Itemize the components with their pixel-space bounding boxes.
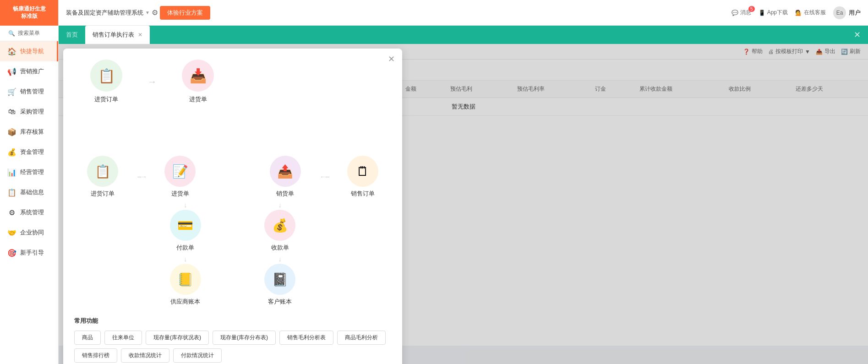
spacer-r2-4	[309, 201, 336, 209]
sales-bill-label: 销货单	[276, 190, 294, 198]
sidebar-item-inventory[interactable]: 📦 库存核算	[0, 122, 58, 142]
flow-node-purchase-bill-2[interactable]: 📝 进货单	[157, 156, 203, 198]
tab-sales-order-exec[interactable]: 销售订单执行表 ✕	[85, 26, 150, 44]
popup-overlay[interactable]: ✕ 📋 进货订单 → 📥 进货单	[59, 44, 868, 364]
online-service-icon: 💁	[795, 10, 802, 16]
purchase-icon: 🛍	[7, 107, 16, 116]
supplier-account-label: 供应商账本	[170, 298, 200, 306]
func-btn-stock-dist[interactable]: 现存量(库存分布表)	[213, 331, 276, 345]
purchase-bill-circle: 📝	[164, 156, 196, 187]
tab-close-icon[interactable]: ✕	[138, 32, 142, 38]
sidebar-logo: 畅康通好生意 标准版	[0, 0, 58, 26]
spacer-r4-3	[214, 255, 251, 263]
message-icon: 💬	[732, 10, 738, 16]
close-all-tabs-icon[interactable]: ✕	[854, 30, 861, 40]
func-buttons-row1: 商品 往来单位 现存量(库存状况表) 现存量(库存分布表) 销售毛利分析表 商品…	[74, 331, 391, 345]
func-btn-sales-margin[interactable]: 销售毛利分析表	[279, 331, 333, 345]
enterprise-icon: 🤝	[7, 228, 16, 237]
func-btn-receipt-stats[interactable]: 收款情况统计	[121, 348, 169, 363]
purchase-order-circle: 📋	[87, 156, 118, 187]
experience-btn[interactable]: 体验行业方案	[160, 6, 210, 20]
arrow-down-payment: ↓	[163, 255, 208, 263]
spacer-r4-2	[129, 255, 157, 263]
system-name: 装备及固定资产辅助管理系统	[66, 9, 143, 17]
flow-node-sales-order[interactable]: 🗒 销售订单	[340, 156, 386, 198]
flow-node-purchase-bill[interactable]: 📥 进货单	[182, 60, 214, 103]
common-funcs-section: 常用功能 商品 往来单位 现存量(库存状况表) 现存量(库存分布表) 销售毛利分…	[74, 317, 391, 363]
sidebar-item-quick-nav[interactable]: 🏠 快捷导航	[0, 41, 58, 61]
sidebar-item-enterprise[interactable]: 🤝 企业协同	[0, 223, 58, 243]
payment-label: 付款单	[176, 244, 194, 252]
func-btn-goods-margin[interactable]: 商品毛利分析	[337, 331, 386, 345]
customer-account-circle: 📓	[264, 264, 295, 295]
spacer-r2-1	[77, 201, 123, 209]
finance-icon: 💰	[7, 147, 16, 157]
popup-close-icon[interactable]: ✕	[388, 54, 395, 64]
purchase-bill-label: 进货单	[189, 95, 207, 103]
flow-node-customer-account[interactable]: 📓 客户账本	[257, 264, 303, 306]
supplier-account-circle: 📒	[170, 264, 201, 295]
func-btn-counterparty[interactable]: 往来单位	[104, 331, 142, 345]
customer-account-label: 客户账本	[268, 298, 292, 306]
sales-order-circle: 🗒	[347, 156, 378, 187]
sidebar-item-newbie[interactable]: 🎯 新手引导	[0, 243, 58, 263]
online-service-link[interactable]: 💁 在线客服	[795, 9, 826, 16]
receipt-circle: 💰	[264, 210, 295, 241]
flow-node-sales-bill[interactable]: 📤 销货单	[262, 156, 308, 198]
basic-info-icon: 📋	[7, 188, 16, 197]
arrow-purchase-order-to-purchase-bill: →	[147, 76, 157, 87]
tab-bar: 首页 销售订单执行表 ✕ ✕	[59, 26, 868, 44]
payment-circle: 💳	[170, 210, 201, 241]
flow-node-payment[interactable]: 💳 付款单	[163, 210, 208, 252]
system-name-area[interactable]: 装备及固定资产辅助管理系统 ▼	[66, 9, 150, 17]
marketing-icon: 📢	[7, 67, 16, 76]
avatar: Ea	[833, 6, 846, 19]
arrow-down-receipt: ↓	[257, 255, 303, 263]
sidebar-item-finance[interactable]: 💰 资金管理	[0, 142, 58, 162]
header: 装备及固定资产辅助管理系统 ▼ ⚙ 体验行业方案 💬 5 消息 📱 App下载 …	[59, 0, 868, 26]
sales-bill-circle: 📤	[270, 156, 301, 187]
sidebar-item-system[interactable]: ⚙ 系统管理	[0, 202, 58, 223]
purchase-bill-icon: 📥	[182, 60, 214, 92]
tab-home[interactable]: 首页	[59, 26, 85, 44]
func-btn-payment-stats[interactable]: 付款情况统计	[173, 348, 222, 363]
sidebar-item-sales[interactable]: 🛒 销售管理	[0, 81, 58, 102]
arrow-h2: ← - - -	[320, 173, 328, 180]
sales-icon: 🛒	[7, 87, 16, 96]
func-buttons-row2: 销售排行榜 收款情况统计 付款情况统计	[74, 348, 391, 363]
flow-node-supplier-account[interactable]: 📒 供应商账本	[163, 264, 208, 306]
username-label: 用户	[849, 9, 861, 17]
search-icon: 🔍	[8, 30, 15, 37]
message-link[interactable]: 💬 5 消息	[732, 9, 751, 16]
arrow-h1: - - - →	[137, 173, 146, 180]
popup-box: ✕ 📋 进货订单 → 📥 进货单	[63, 49, 402, 364]
purchase-order-label: 进货订单	[94, 95, 118, 103]
sidebar-item-marketing[interactable]: 📢 营销推广	[0, 61, 58, 81]
func-btn-goods[interactable]: 商品	[74, 331, 101, 345]
app-download-link[interactable]: 📱 App下载	[759, 9, 788, 16]
purchase-order-label-2: 进货订单	[91, 190, 115, 198]
system-dropdown-arrow: ▼	[145, 10, 150, 15]
newbie-icon: 🎯	[7, 248, 16, 257]
sidebar-item-operations[interactable]: 📊 经营管理	[0, 162, 58, 182]
header-right-actions: 💬 5 消息 📱 App下载 💁 在线客服 Ea 用户	[732, 6, 861, 19]
app-download-icon: 📱	[759, 10, 765, 16]
spacer-r4-1	[77, 255, 123, 263]
flow-node-purchase-order[interactable]: 📋 进货订单	[80, 156, 126, 198]
receipt-label: 收款单	[271, 244, 289, 252]
user-menu[interactable]: Ea 用户	[833, 6, 861, 19]
sidebar: 畅康通好生意 标准版 🔍 搜索菜单 🏠 快捷导航 📢 营销推广 🛒 销售管理 🛍…	[0, 0, 59, 364]
purchase-order-icon: 📋	[90, 60, 122, 92]
flow-node-receipt[interactable]: 💰 收款单	[257, 210, 303, 252]
func-btn-sales-rank[interactable]: 销售排行榜	[74, 348, 117, 363]
system-icon: ⚙	[7, 208, 16, 217]
arrow-down-purchase-bill: ↓	[163, 201, 208, 209]
spacer-r2-5	[342, 201, 388, 209]
flow-node-purchase-order[interactable]: 📋 进货订单	[90, 60, 122, 103]
sidebar-item-basic-info[interactable]: 📋 基础信息	[0, 182, 58, 202]
home-icon: 🏠	[7, 47, 16, 56]
sidebar-item-purchase[interactable]: 🛍 采购管理	[0, 102, 58, 122]
sidebar-search[interactable]: 🔍 搜索菜单	[0, 26, 58, 41]
settings-icon[interactable]: ⚙	[152, 8, 158, 17]
func-btn-stock-status[interactable]: 现存量(库存状况表)	[146, 331, 209, 345]
